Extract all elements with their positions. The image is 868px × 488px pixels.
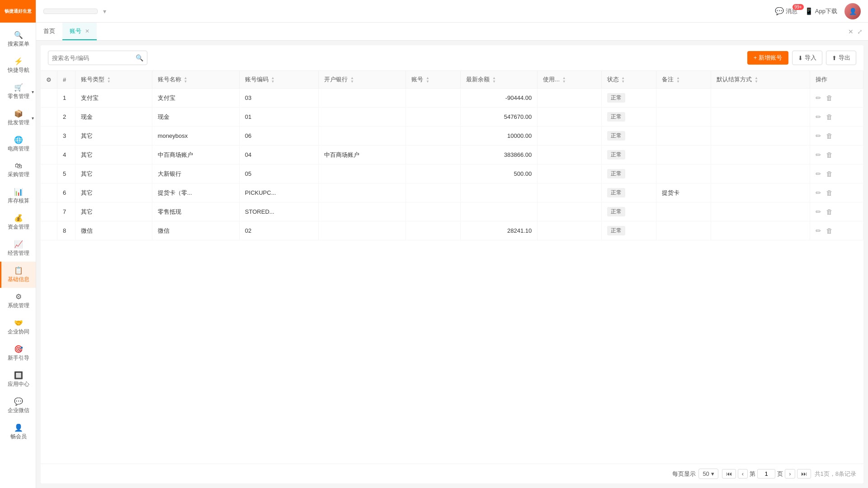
tab-account[interactable]: 账号 ✕ <box>62 23 97 40</box>
edit-icon[interactable]: ✏ <box>816 151 821 159</box>
cell-account-code: 06 <box>239 127 319 145</box>
toolbar-right: + 新增账号 ⬇ 导入 ⬆ 导出 <box>747 51 856 65</box>
status-badge: 正常 <box>607 188 625 197</box>
cell-gear <box>41 202 57 221</box>
delete-icon[interactable]: 🗑 <box>826 189 833 197</box>
edit-icon[interactable]: ✏ <box>816 227 821 235</box>
sidebar-item-member[interactable]: 👤 畅会员 <box>0 419 36 445</box>
sidebar-item-search-menu[interactable]: 🔍 搜索菜单 <box>0 26 36 52</box>
col-status[interactable]: 状态 ▲▼ <box>601 71 656 89</box>
col-latest-balance[interactable]: 最新余额 ▲▼ <box>461 71 538 89</box>
target-icon: 🎯 <box>14 345 23 353</box>
search-icon[interactable]: 🔍 <box>136 54 143 61</box>
edit-icon[interactable]: ✏ <box>816 113 821 121</box>
sort-icon: ▲▼ <box>426 76 429 84</box>
cell-remark: 提货卡 <box>656 183 711 202</box>
search-icon: 🔍 <box>14 31 23 39</box>
prev-page-button[interactable]: ‹ <box>738 469 748 479</box>
sidebar-item-app-center[interactable]: 🔲 应用中心 <box>0 366 36 393</box>
cell-account-no <box>406 202 461 221</box>
cell-account-type: 其它 <box>75 127 152 145</box>
sidebar-item-beginner-guide[interactable]: 🎯 新手引导 <box>0 340 36 366</box>
sidebar-item-capital-mgmt[interactable]: 💰 资金管理 <box>0 209 36 235</box>
col-actions: 操作 <box>810 71 863 89</box>
sidebar-item-ecommerce-mgmt[interactable]: 🌐 电商管理 <box>0 131 36 157</box>
next-page-button[interactable]: › <box>785 469 795 479</box>
tab-home[interactable]: 首页 <box>36 23 62 40</box>
sidebar-item-purchase-mgmt[interactable]: 🛍 采购管理 <box>0 157 36 183</box>
cell-gear <box>41 164 57 183</box>
delete-icon[interactable]: 🗑 <box>826 94 833 102</box>
sidebar-item-system-mgmt[interactable]: ⚙ 系统管理 <box>0 288 36 314</box>
tab-account-close[interactable]: ✕ <box>85 28 90 34</box>
edit-icon[interactable]: ✏ <box>816 132 821 140</box>
col-gear[interactable]: ⚙ <box>41 71 57 89</box>
cart-icon: 🛒 <box>14 83 23 92</box>
table-row: 1 支付宝 支付宝 03 -90444.00 正常 ✏ 🗑 <box>41 89 863 108</box>
delete-icon[interactable]: 🗑 <box>826 208 833 216</box>
sidebar-item-quick-nav[interactable]: ⚡ 快捷导航 <box>0 52 36 79</box>
edit-icon[interactable]: ✏ <box>816 94 821 102</box>
sidebar-item-retail-mgmt[interactable]: 🛒 零售管理 ▾ <box>0 79 36 105</box>
of-label: 页 <box>777 470 783 478</box>
edit-icon[interactable]: ✏ <box>816 208 821 216</box>
sidebar: 畅捷通好生意 🔍 搜索菜单 ⚡ 快捷导航 🛒 零售管理 ▾ 📦 批发管理 ▾ 🌐… <box>0 0 36 488</box>
sidebar-item-label: 采购管理 <box>8 171 29 178</box>
cell-bank <box>319 127 406 145</box>
delete-icon[interactable]: 🗑 <box>826 113 833 121</box>
cell-account-type: 微信 <box>75 221 152 240</box>
cell-default-settlement <box>711 145 810 164</box>
col-account-name[interactable]: 账号名称 ▲▼ <box>152 71 239 89</box>
import-button[interactable]: ⬇ 导入 <box>792 51 822 65</box>
avatar[interactable]: 👤 <box>844 3 861 19</box>
sort-icon: ▲▼ <box>492 76 496 84</box>
col-remark[interactable]: 备注 ▲▼ <box>656 71 711 89</box>
message-badge: 99+ <box>793 4 804 10</box>
delete-icon[interactable]: 🗑 <box>826 132 833 140</box>
col-usage[interactable]: 使用... ▲▼ <box>538 71 601 89</box>
logo-text: 畅捷通好生意 <box>5 9 32 14</box>
cell-remark <box>656 89 711 108</box>
edit-icon[interactable]: ✏ <box>816 189 821 197</box>
delete-icon[interactable]: 🗑 <box>826 227 833 235</box>
page-content: 🔍 + 新增账号 ⬇ 导入 ⬆ 导出 ⚙ <box>41 45 863 483</box>
sidebar-item-enterprise-agreement[interactable]: 🤝 企业协同 <box>0 314 36 340</box>
close-tab-icon[interactable]: ✕ <box>848 28 854 35</box>
delete-icon[interactable]: 🗑 <box>826 170 833 178</box>
col-account-code[interactable]: 账号编码 ▲▼ <box>239 71 319 89</box>
sidebar-item-enterprise-wechat[interactable]: 💬 企业微信 <box>0 393 36 419</box>
edit-icon[interactable]: ✏ <box>816 170 821 178</box>
page-size-dropdown[interactable]: 50 ▾ <box>698 469 718 479</box>
cell-usage <box>538 183 601 202</box>
app-download-label: App下载 <box>815 7 837 15</box>
sidebar-item-operation-mgmt[interactable]: 📈 经营管理 <box>0 235 36 262</box>
export-button[interactable]: ⬆ 导出 <box>826 51 856 65</box>
col-index: # <box>57 71 75 89</box>
sort-icon: ▲▼ <box>107 76 111 84</box>
sidebar-item-inventory[interactable]: 📊 库存核算 <box>0 183 36 209</box>
delete-icon[interactable]: 🗑 <box>826 151 833 159</box>
sidebar-item-basic-info[interactable]: 📋 基础信息 <box>0 262 36 288</box>
sidebar-item-wholesale-mgmt[interactable]: 📦 批发管理 ▾ <box>0 105 36 131</box>
message-button[interactable]: 💬 消息 99+ <box>775 7 797 15</box>
search-input[interactable] <box>52 55 136 61</box>
last-page-button[interactable]: ⏭ <box>797 469 811 479</box>
first-page-button[interactable]: ⏮ <box>722 469 736 479</box>
current-page-input[interactable] <box>757 469 775 479</box>
col-bank[interactable]: 开户银行 ▲▼ <box>319 71 406 89</box>
col-default-settlement[interactable]: 默认结算方式 ▲▼ <box>711 71 810 89</box>
add-account-button[interactable]: + 新增账号 <box>747 51 788 65</box>
expand-icon[interactable]: ⤢ <box>857 28 863 35</box>
avatar-image: 👤 <box>849 8 857 15</box>
col-account-type[interactable]: 账号类型 ▲▼ <box>75 71 152 89</box>
header-dropdown-icon[interactable]: ▾ <box>103 8 106 15</box>
col-account-no[interactable]: 账号 ▲▼ <box>406 71 461 89</box>
globe-icon: 🌐 <box>14 136 23 144</box>
header-search[interactable] <box>43 9 98 14</box>
app-download-button[interactable]: 📱 App下载 <box>805 7 837 15</box>
cell-bank <box>319 221 406 240</box>
status-badge: 正常 <box>607 150 625 160</box>
chat-icon: 💬 <box>14 397 23 406</box>
cell-account-no <box>406 221 461 240</box>
clipboard-icon: 📋 <box>14 266 23 275</box>
